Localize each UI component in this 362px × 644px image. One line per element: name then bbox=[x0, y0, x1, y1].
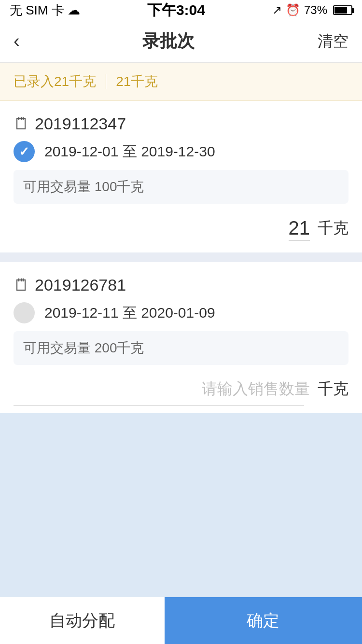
status-bar: 无 SIM 卡 ☁ 下午3:04 ↗ ⏰ 73% bbox=[0, 0, 362, 20]
batch2-date-range: 2019-12-11 至 2020-01-09 bbox=[44, 303, 215, 323]
batch2-input-unit: 千克 bbox=[318, 378, 348, 400]
bottom-bar: 自动分配 确定 bbox=[0, 597, 362, 644]
input-underline bbox=[14, 405, 304, 406]
banner-value: 21千克 bbox=[116, 72, 158, 91]
batch2-input-placeholder: 请输入销售数量 bbox=[202, 378, 310, 400]
batch2-number: 2019126781 bbox=[35, 276, 126, 294]
batch2-card: 🗒 2019126781 2019-12-11 至 2020-01-09 可用交… bbox=[0, 262, 362, 365]
batch1-qty-value[interactable]: 21 bbox=[289, 217, 310, 239]
status-time: 下午3:04 bbox=[147, 0, 205, 20]
doc-icon-2: 🗒 bbox=[14, 276, 30, 294]
batch2-available-qty: 可用交易量 200千克 bbox=[14, 331, 348, 365]
location-icon: ↗ bbox=[272, 3, 282, 17]
status-right: ↗ ⏰ 73% bbox=[272, 3, 352, 17]
batch1-check-row[interactable]: ✓ 2019-12-01 至 2019-12-30 bbox=[14, 141, 348, 162]
info-banner: 已录入21千克 21千克 bbox=[0, 63, 362, 101]
doc-icon-1: 🗒 bbox=[14, 114, 30, 133]
batch2-input-row[interactable]: 请输入销售数量 千克 bbox=[0, 365, 362, 413]
batch1-date-range: 2019-12-01 至 2019-12-30 bbox=[44, 142, 215, 162]
confirm-button[interactable]: 确定 bbox=[165, 597, 362, 644]
back-button[interactable]: ‹ bbox=[14, 31, 20, 52]
alarm-icon: ⏰ bbox=[286, 3, 300, 17]
check-mark-icon: ✓ bbox=[19, 144, 29, 159]
status-left: 无 SIM 卡 ☁ bbox=[10, 2, 80, 19]
page-title: 录批次 bbox=[142, 29, 195, 53]
batch1-qty-unit: 千克 bbox=[318, 218, 348, 239]
banner-divider bbox=[106, 74, 106, 89]
batch1-checkbox[interactable]: ✓ bbox=[14, 141, 35, 162]
empty-area bbox=[0, 413, 362, 626]
batch1-card: 🗒 2019112347 ✓ 2019-12-01 至 2019-12-30 可… bbox=[0, 101, 362, 204]
battery-percent: 73% bbox=[304, 3, 327, 17]
section-separator bbox=[0, 252, 362, 262]
battery-icon bbox=[333, 5, 352, 15]
auto-distribute-button[interactable]: 自动分配 bbox=[0, 597, 165, 644]
batch1-number: 2019112347 bbox=[35, 114, 126, 133]
batch1-available-text: 可用交易量 100千克 bbox=[23, 179, 144, 194]
batch1-available-qty: 可用交易量 100千克 bbox=[14, 170, 348, 204]
batch1-qty-row: 21 千克 bbox=[0, 204, 362, 252]
batch2-check-row[interactable]: 2019-12-11 至 2020-01-09 bbox=[14, 302, 348, 323]
recorded-label: 已录入21千克 bbox=[14, 72, 96, 91]
sim-label: 无 SIM 卡 ☁ bbox=[10, 2, 80, 19]
batch2-checkbox[interactable] bbox=[14, 302, 35, 323]
batch2-header: 🗒 2019126781 bbox=[14, 276, 348, 294]
nav-bar: ‹ 录批次 清空 bbox=[0, 20, 362, 63]
batch2-available-text: 可用交易量 200千克 bbox=[23, 340, 144, 355]
batch1-header: 🗒 2019112347 bbox=[14, 114, 348, 133]
clear-button[interactable]: 清空 bbox=[318, 31, 348, 52]
